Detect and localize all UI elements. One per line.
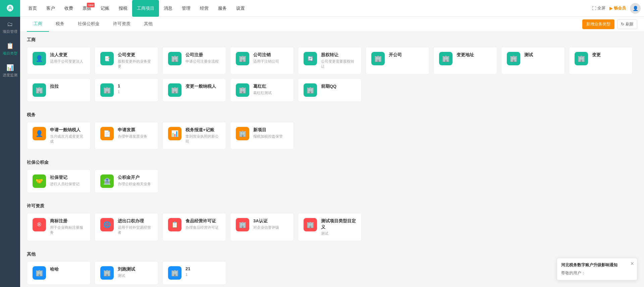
commerce-cards-grid: 👤 法人变更 适用于公司变更法人 📑 公司变更 股权变更外的业务变更	[27, 47, 637, 102]
card-icon-company-change: 📑	[100, 52, 114, 65]
topnav-invoice[interactable]: 票据 new	[78, 0, 96, 17]
card-icon-food-license: 📋	[168, 218, 181, 231]
topnav-billing[interactable]: 收费	[60, 0, 78, 17]
card-company-change[interactable]: 📑 公司变更 股权变更外的业务变更	[95, 47, 158, 74]
card-company-cancel[interactable]: 🏢 公司注销 适用于注销公司	[230, 47, 294, 74]
card-change-tax[interactable]: 🏢 变更一般纳税人	[162, 78, 226, 102]
sidebar-item-label: 项目管理	[3, 29, 17, 34]
section-social-title: 社保公积金	[27, 159, 637, 165]
card-icon-fund-account: 🏦	[100, 174, 114, 188]
card-twentyone[interactable]: 🏢 21 1	[162, 261, 226, 285]
section-license: 许可资质 ® 商标注册 用于企业商标注册服务 🌐 进出口权办理 适用于对	[20, 198, 644, 246]
topnav-accounting[interactable]: 记账	[96, 0, 114, 17]
card-icon-company-cancel: 🏢	[236, 52, 249, 65]
sidebar-logo	[0, 0, 20, 17]
card-test[interactable]: 🏢 测试	[501, 47, 565, 74]
card-apply-invoice[interactable]: 📄 申请发票 办理申请发票业务	[95, 122, 158, 149]
card-icon-one: 🏢	[100, 83, 114, 97]
card-icon-equity-transfer: 🔄	[304, 52, 317, 65]
topnav-customer[interactable]: 客户	[42, 0, 60, 17]
card-icon-pre-qq: 🏢	[304, 83, 317, 97]
section-commerce-title: 工商	[27, 37, 637, 43]
badge-new: new	[87, 3, 95, 7]
card-liu-pao-test[interactable]: 🏢 刘跑测试 测试	[95, 261, 158, 285]
subtabs-bar: 工商 税务 社保公积金 许可资质 其他 新增业务类型 ↻ 刷新	[20, 17, 644, 32]
card-social-reg[interactable]: 🤝 社保登记 进行人员社保登记	[27, 169, 91, 193]
card-tax-report-accounting[interactable]: 📊 税务报道+记账 拿到营业执照的新公司	[162, 122, 226, 149]
notification-title: 河北税务数字账户升级影响通知	[561, 262, 633, 268]
card-test-type-def[interactable]: 🏢 测试项目类型目定义 测试	[298, 213, 362, 241]
topnav-settings[interactable]: 设置	[231, 0, 250, 17]
card-haha[interactable]: 🏢 哈哈	[27, 261, 91, 285]
topnav-tax[interactable]: 报税	[114, 0, 132, 17]
card-icon-apply-invoice: 📄	[100, 127, 114, 140]
subtab-other[interactable]: 其他	[137, 17, 159, 32]
license-cards-grid: ® 商标注册 用于企业商标注册服务 🌐 进出口权办理 适用于对外贸易经营者	[27, 213, 637, 241]
section-license-title: 许可资质	[27, 203, 637, 209]
card-icon-3a-cert: 🏢	[236, 218, 249, 231]
card-icon-test: 🏢	[507, 52, 520, 65]
notification-body: 尊敬的用户：	[561, 270, 633, 276]
sidebar-item-label: 项目类型	[3, 51, 17, 56]
topnav-commerce[interactable]: 工商项目	[132, 0, 159, 17]
refresh-button[interactable]: ↻ 刷新	[617, 19, 637, 29]
card-icon-company-reg: 🏢	[168, 52, 181, 65]
card-3a-cert[interactable]: 🏢 3A认证 对企业信誉评级	[230, 213, 294, 241]
card-change[interactable]: 🏢 变更	[569, 47, 633, 74]
main-wrapper: 首页 客户 收费 票据 new 记账 报税 工商项目 消息 管理 经营 服务 设…	[20, 0, 644, 287]
subtabs-actions: 新增业务类型 ↻ 刷新	[582, 19, 637, 29]
card-icon-social-reg: 🤝	[33, 174, 46, 188]
member-btn[interactable]: ▶ 畅会员	[609, 5, 626, 11]
card-equity-transfer[interactable]: 🔄 股权转让 公司变更需要股权转让	[298, 47, 362, 74]
page-content: 工商 税务 社保公积金 许可资质 其他 新增业务类型 ↻ 刷新 工商	[20, 17, 644, 287]
card-apply-general-tax[interactable]: 👤 申请一般纳税人 当月或次月成变更完成	[27, 122, 91, 149]
subtab-social[interactable]: 社保公积金	[71, 17, 106, 32]
card-icon-test-type-def: 🏢	[304, 218, 317, 231]
member-icon: ▶	[609, 6, 612, 11]
project-type-icon: 📋	[6, 42, 14, 50]
topnav-service[interactable]: 服务	[213, 0, 231, 17]
user-avatar[interactable]: 👤	[630, 3, 641, 14]
topnav-message[interactable]: 消息	[159, 0, 177, 17]
add-type-button[interactable]: 新增业务类型	[582, 19, 614, 29]
sidebar-item-progress-monitor[interactable]: 📊 进度监测	[0, 60, 20, 82]
notification-popup: ✕ 河北税务数字账户升级影响通知 尊敬的用户：	[557, 258, 637, 280]
card-icon-change: 🏢	[575, 52, 588, 65]
sidebar-item-project-type[interactable]: 📋 项目类型	[0, 38, 20, 60]
card-food-license[interactable]: 📋 食品经营许可证 办理食品经营许可证	[162, 213, 226, 241]
sidebar-item-project-manage[interactable]: 🗂 项目管理	[0, 17, 20, 38]
notification-close-btn[interactable]: ✕	[630, 261, 634, 266]
sidebar-item-label: 进度监测	[3, 73, 17, 78]
card-legal-change[interactable]: 👤 法人变更 适用于公司变更法人	[27, 47, 91, 74]
fullscreen-btn[interactable]: ⛶ 全屏	[592, 5, 605, 11]
card-trademark-reg[interactable]: ® 商标注册 用于企业商标注册服务	[27, 213, 91, 241]
card-new-project[interactable]: 🏢 新项目 报税加税控盘保管	[230, 122, 294, 149]
topnav: 首页 客户 收费 票据 new 记账 报税 工商项目 消息 管理 经营 服务 设…	[20, 0, 644, 17]
subtab-commerce[interactable]: 工商	[27, 17, 49, 32]
card-ge-honghong[interactable]: 🏢 葛红红 葛红红测试	[230, 78, 294, 102]
card-lala[interactable]: 🏢 拉拉	[27, 78, 91, 102]
card-open-company[interactable]: 🏢 开公司	[366, 47, 429, 74]
progress-monitor-icon: 📊	[6, 64, 14, 71]
card-import-export[interactable]: 🌐 进出口权办理 适用于对外贸易经营者	[95, 213, 158, 241]
subtab-license[interactable]: 许可资质	[106, 17, 137, 32]
other-cards-grid: 🏢 哈哈 🏢 刘跑测试 测试 🏢	[27, 261, 637, 285]
section-social: 社保公积金 🤝 社保登记 进行人员社保登记 🏦 公积金开户 办理公积金	[20, 154, 644, 198]
card-change-address[interactable]: 🏢 变更地址	[433, 47, 497, 74]
card-icon-liu-pao-test: 🏢	[100, 266, 114, 280]
section-other: 其他 🏢 哈哈 🏢 刘跑测试 测试	[20, 246, 644, 287]
card-fund-account[interactable]: 🏦 公积金开户 办理公积金相关业务	[95, 169, 158, 193]
topnav-home[interactable]: 首页	[23, 0, 42, 17]
topnav-operations[interactable]: 经营	[195, 0, 213, 17]
card-pre-qq[interactable]: 🏢 前期QQ	[298, 78, 362, 102]
sidebar: 🗂 项目管理 📋 项目类型 📊 进度监测	[0, 0, 20, 287]
topnav-manage[interactable]: 管理	[177, 0, 195, 17]
card-one[interactable]: 🏢 1 1	[95, 78, 158, 102]
section-commerce: 工商 👤 法人变更 适用于公司变更法人 📑 公司变更 股权变更外的业务	[20, 32, 644, 107]
card-icon-apply-general-tax: 👤	[33, 127, 46, 140]
subtab-tax[interactable]: 税务	[49, 17, 71, 32]
card-company-reg[interactable]: 🏢 公司注册 申请公司注册全流程	[162, 47, 226, 74]
card-icon-open-company: 🏢	[371, 52, 385, 65]
card-icon-change-tax: 🏢	[168, 83, 181, 97]
section-other-title: 其他	[27, 251, 637, 257]
